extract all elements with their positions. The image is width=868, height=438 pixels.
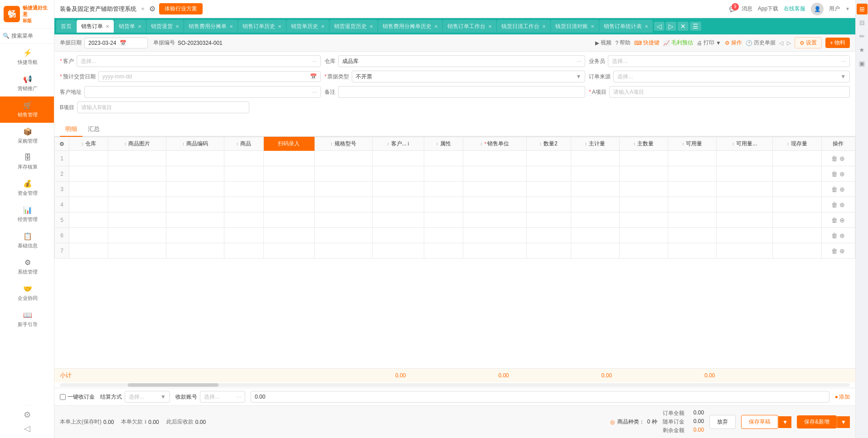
- tab-prev-btn[interactable]: ◁: [654, 22, 664, 31]
- row-qty2-4[interactable]: [526, 197, 571, 212]
- search-menu[interactable]: 🔍 搜索菜单: [0, 29, 54, 44]
- tab-close-all-btn[interactable]: ✕: [678, 22, 689, 31]
- delivery-date-input[interactable]: yyyy-mm-dd 📅: [98, 71, 321, 82]
- tab-sales-order[interactable]: 销售订单 ✕: [77, 20, 114, 33]
- print-btn[interactable]: 🖨 打印 ▼: [697, 39, 721, 47]
- detail-tab-detail[interactable]: 明细: [60, 122, 82, 137]
- save-draft-arrow-btn[interactable]: ▼: [778, 416, 791, 428]
- tab-sales-return-close[interactable]: ✕: [175, 24, 179, 29]
- tab-daily-workbench[interactable]: 钱货日清工作台 ✕: [497, 20, 550, 33]
- industry-btn[interactable]: 体验行业方案: [159, 3, 203, 14]
- col-current-header[interactable]: ↕ 现存量: [773, 137, 821, 151]
- tab-sales-stats[interactable]: 销售订单统计表 ✕: [599, 20, 653, 33]
- help-btn[interactable]: ? 帮助: [615, 39, 630, 47]
- account-select[interactable]: 选择... ···: [200, 391, 245, 403]
- row-code-1[interactable]: [166, 151, 224, 166]
- row-copy-btn-4[interactable]: ⊕: [839, 201, 845, 208]
- history-btn[interactable]: 🕐 历史单据: [746, 39, 776, 47]
- settings-bottom-icon[interactable]: ⚙: [24, 410, 31, 420]
- note-input[interactable]: [338, 86, 586, 98]
- sidebar-item-management[interactable]: 📊 经营管理: [0, 201, 54, 227]
- b-project-input[interactable]: 请输入B项目: [77, 101, 249, 113]
- row-unit-1[interactable]: [463, 151, 526, 166]
- customer-dots[interactable]: ···: [312, 58, 317, 64]
- row-copy-btn-1[interactable]: ⊕: [839, 155, 845, 162]
- address-dots[interactable]: ···: [312, 89, 317, 95]
- row-warehouse-4[interactable]: [69, 197, 108, 212]
- col-attr-header[interactable]: ↕ 属性: [424, 137, 463, 151]
- col-code-header[interactable]: ↕ 商品编码: [166, 137, 224, 151]
- one-click-checkbox[interactable]: [60, 394, 66, 400]
- row-delete-btn-7[interactable]: 🗑: [831, 247, 838, 255]
- profit-btn[interactable]: 📈 毛利预估: [663, 39, 693, 47]
- col-main-unit-header[interactable]: ↕ 主计量: [571, 137, 619, 151]
- row-qty2-7[interactable]: [526, 243, 571, 259]
- row-copy-btn-3[interactable]: ⊕: [839, 186, 845, 193]
- row-delete-btn-2[interactable]: 🗑: [831, 170, 838, 178]
- tab-invoice-history[interactable]: 销货单历史 ✕: [286, 20, 329, 33]
- row-copy-btn-2[interactable]: ⊕: [839, 170, 845, 178]
- row-product-5[interactable]: [224, 212, 263, 228]
- tab-menu-btn[interactable]: ☰: [690, 22, 701, 31]
- col-customer-header[interactable]: ↕ 客户... ℹ: [372, 137, 424, 151]
- row-delete-btn-6[interactable]: 🗑: [831, 232, 838, 239]
- row-delete-btn-5[interactable]: 🗑: [831, 217, 838, 224]
- row-spec-1[interactable]: [314, 151, 372, 166]
- detail-tab-summary[interactable]: 汇总: [82, 122, 105, 137]
- row-copy-btn-6[interactable]: ⊕: [839, 232, 845, 239]
- row-spec-2[interactable]: [314, 166, 372, 182]
- row-code-2[interactable]: [166, 166, 224, 182]
- save-new-arrow-btn[interactable]: ▼: [837, 416, 850, 428]
- row-spec-5[interactable]: [314, 212, 372, 228]
- tab-return-history-close[interactable]: ✕: [369, 24, 373, 29]
- row-attr-4[interactable]: [424, 197, 463, 212]
- row-warehouse-5[interactable]: [69, 212, 108, 228]
- col-unit-header[interactable]: ↕ *销售单位: [463, 137, 526, 151]
- row-warehouse-2[interactable]: [69, 166, 108, 182]
- a-project-input[interactable]: 请输入A项目: [609, 86, 850, 98]
- tab-order-workbench[interactable]: 销售订单工作台 ✕: [443, 20, 496, 33]
- tab-sales-invoice[interactable]: 销货单 ✕: [114, 20, 146, 33]
- sidebar-item-finance[interactable]: 💰 资金管理: [0, 175, 54, 201]
- row-main-qty-6[interactable]: [619, 228, 668, 243]
- row-main-qty-3[interactable]: [619, 182, 668, 197]
- sidebar-item-quick-nav[interactable]: ⚡ 快捷导航: [0, 44, 54, 70]
- col-image-header[interactable]: ↕ 商品图片: [108, 137, 166, 151]
- right-icon-star[interactable]: ★: [857, 44, 868, 55]
- tab-sales-stats-close[interactable]: ✕: [645, 24, 648, 29]
- row-product-7[interactable]: [224, 243, 263, 259]
- nav-prev-btn[interactable]: ◁: [779, 40, 783, 46]
- staff-dots[interactable]: ···: [841, 58, 846, 64]
- row-unit-3[interactable]: [463, 182, 526, 197]
- sidebar-item-sales[interactable]: 🛒 销售管理: [0, 96, 54, 123]
- row-qty2-1[interactable]: [526, 151, 571, 166]
- tab-order-history[interactable]: 销售订单历史 ✕: [238, 20, 286, 33]
- col-product-header[interactable]: ↕ 商品: [224, 137, 263, 151]
- save-new-btn[interactable]: 保存&新增: [797, 415, 837, 428]
- staff-input[interactable]: 选择... ···: [608, 55, 850, 67]
- row-customer-code-5[interactable]: [372, 212, 424, 228]
- col-main-qty-header[interactable]: ↕ 主数量: [619, 137, 668, 151]
- operations-btn[interactable]: ⚙ 操作: [725, 39, 742, 47]
- scroll-thumb[interactable]: [128, 383, 218, 387]
- row-delete-btn-1[interactable]: 🗑: [831, 155, 838, 162]
- sidebar-item-inventory[interactable]: 🗄 库存核算: [0, 149, 54, 175]
- row-delete-btn-4[interactable]: 🗑: [831, 201, 838, 208]
- tab-daily-workbench-close[interactable]: ✕: [542, 24, 546, 29]
- row-product-1[interactable]: [224, 151, 263, 166]
- row-attr-7[interactable]: [424, 243, 463, 259]
- online-support-link[interactable]: 在线客服: [784, 5, 805, 13]
- tab-expense-split[interactable]: 销售费用分摊单 ✕: [184, 20, 238, 33]
- invoice-select[interactable]: 不开票 ▼: [352, 71, 585, 82]
- row-main-qty-7[interactable]: [619, 243, 668, 259]
- row-customer-code-6[interactable]: [372, 228, 424, 243]
- settings-btn[interactable]: ⚙ 设置: [795, 37, 822, 48]
- row-warehouse-3[interactable]: [69, 182, 108, 197]
- row-warehouse-6[interactable]: [69, 228, 108, 243]
- row-spec-6[interactable]: [314, 228, 372, 243]
- row-product-6[interactable]: [224, 228, 263, 243]
- sidebar-item-enterprise[interactable]: 🤝 企业协同: [0, 280, 54, 306]
- col-scan-header[interactable]: 扫码录入: [263, 137, 314, 151]
- row-main-qty-5[interactable]: [619, 212, 668, 228]
- tab-daily-reconcile-close[interactable]: ✕: [591, 24, 594, 29]
